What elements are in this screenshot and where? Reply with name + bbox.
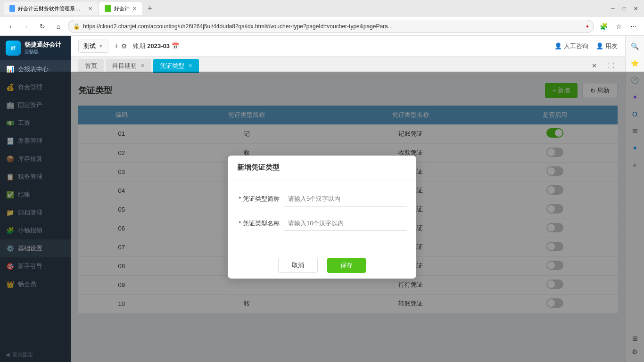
top-bar-actions: 👤 人工咨询 👤 用友	[554, 42, 618, 50]
tab-subject-close[interactable]: ✕	[140, 63, 145, 69]
company-dropdown-icon: ▼	[99, 43, 103, 49]
browser-actions: 🧩 ☆ ⋯	[597, 20, 640, 33]
add-company-button[interactable]: +	[114, 42, 118, 50]
modal-footer: 取消 保存	[228, 252, 416, 279]
maximize-button[interactable]: □	[619, 4, 629, 13]
forward-button[interactable]: ›	[20, 20, 33, 33]
close-button[interactable]: ✕	[631, 4, 640, 13]
tab-subject[interactable]: 科目期初 ✕	[106, 59, 151, 73]
settings-menu-button[interactable]: ⋯	[627, 20, 640, 33]
name-input[interactable]	[284, 216, 407, 231]
tab-voucher-label: 凭证类型	[160, 62, 184, 70]
address-bar: ‹ › ↻ ⌂ 🔒 https://cloud2.chanjet.com/acc…	[0, 17, 644, 36]
company-name: 测试	[83, 42, 96, 50]
sidebar-logo: 好 畅捷通好会计 流畅版	[0, 36, 71, 60]
minimize-button[interactable]: ─	[608, 4, 618, 13]
tab-home[interactable]: 首页	[78, 59, 104, 73]
tab-voucher-type[interactable]: 凭证类型 ✕	[153, 59, 199, 73]
name-label: * 凭证类型名称	[237, 219, 280, 228]
help-button[interactable]: 👤 人工咨询	[554, 42, 588, 50]
period-value: 2023-03	[147, 42, 170, 49]
reload-button[interactable]: ↻	[36, 20, 49, 33]
save-button[interactable]: 保存	[327, 258, 366, 273]
app-container: 好 畅捷通好会计 流畅版 📊 会报表中心 💰 资金管理 🏢 固定资产 💵 工资	[0, 36, 644, 362]
company-selector[interactable]: 测试 ▼	[78, 40, 108, 53]
new-voucher-type-modal: 新增凭证类型 * 凭证类型简称 * 凭证类型名称 取消 保存	[228, 156, 416, 279]
top-bar: 测试 ▼ + ⚙ 账期 2023-03 📅 👤 人工咨询 👤 用友	[71, 36, 625, 57]
tab-strip-actions: ✕ ⛶	[587, 59, 618, 73]
logo-sub: 流畅版	[25, 49, 61, 55]
rp-search-button[interactable]: 🔍	[628, 40, 642, 53]
back-button[interactable]: ‹	[4, 20, 17, 33]
tab-close-1[interactable]: ✕	[88, 6, 92, 12]
logo-text: 畅捷通好会计	[25, 41, 61, 49]
tab-home-label: 首页	[85, 62, 97, 70]
form-row-short: * 凭证类型简称	[237, 191, 407, 206]
window-controls: ─ □ ✕	[608, 4, 640, 13]
tab-favicon-1	[9, 5, 15, 12]
short-input[interactable]	[284, 191, 407, 206]
browser-chrome: 好会计云财务软件管理系统_会计 ✕ 好会计 ✕ + ─ □ ✕ ‹ › ↻ ⌂ …	[0, 0, 644, 36]
home-button[interactable]: ⌂	[52, 20, 65, 33]
form-row-name: * 凭证类型名称	[237, 216, 407, 231]
rp-star-button[interactable]: ⭐	[628, 57, 642, 70]
user-button[interactable]: 👤 用友	[596, 42, 618, 50]
extensions-button[interactable]: 🧩	[597, 20, 610, 33]
new-tab-button[interactable]: +	[143, 2, 157, 15]
help-label: 人工咨询	[564, 42, 588, 50]
tab-minimize-button[interactable]: ✕	[587, 59, 601, 73]
user-name: 用友	[605, 42, 618, 50]
url-bar[interactable]: 🔒 https://cloud2.chanjet.com/accounting/…	[68, 20, 594, 33]
tab-favicon-2	[105, 5, 111, 12]
tab-title-1: 好会计云财务软件管理系统_会计	[18, 5, 85, 12]
short-label: * 凭证类型简称	[237, 195, 280, 203]
favorites-button[interactable]: ☆	[612, 20, 625, 33]
modal-overlay: 新增凭证类型 * 凭证类型简称 * 凭证类型名称 取消 保存	[0, 72, 644, 362]
tab-expand-button[interactable]: ⛶	[604, 59, 618, 73]
tab-voucher-close[interactable]: ✕	[188, 63, 192, 69]
modal-title: 新增凭证类型	[237, 163, 280, 171]
tab-close-2[interactable]: ✕	[132, 6, 137, 12]
settings-icon[interactable]: ⚙	[121, 42, 127, 50]
logo-icon: 好	[6, 41, 21, 56]
browser-tab-2[interactable]: 好会计 ✕	[99, 2, 142, 15]
url-text: https://cloud2.chanjet.com/accounting/uh…	[83, 23, 584, 30]
period-label: 账期	[133, 42, 145, 50]
user-avatar: 👤	[596, 42, 603, 49]
browser-tab-1[interactable]: 好会计云财务软件管理系统_会计 ✕	[4, 2, 98, 15]
tab-title-2: 好会计	[114, 5, 130, 12]
help-icon: 👤	[554, 42, 562, 49]
tab-subject-label: 科目期初	[112, 62, 137, 70]
period-calendar-icon[interactable]: 📅	[172, 42, 179, 49]
modal-body: * 凭证类型简称 * 凭证类型名称	[228, 180, 416, 252]
cancel-button[interactable]: 取消	[278, 258, 318, 273]
tab-bar: 好会计云财务软件管理系统_会计 ✕ 好会计 ✕ + ─ □ ✕	[0, 0, 644, 17]
modal-header: 新增凭证类型	[228, 156, 416, 180]
